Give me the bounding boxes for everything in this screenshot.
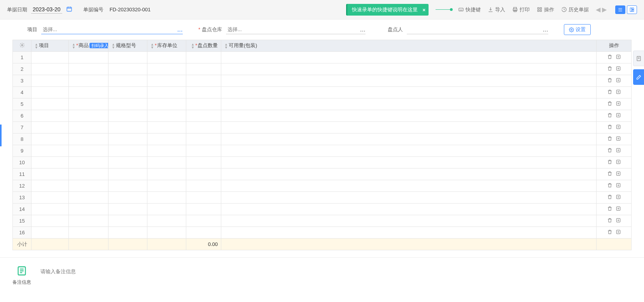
- remark-input[interactable]: [39, 265, 632, 277]
- tip-text: 快速录单的快捷键说明在这里: [352, 7, 418, 12]
- right-side-tabs: [633, 51, 644, 85]
- filter-bar: 项目 ··· 盘点仓库 ··· 盘点人 ··· 设置: [0, 19, 644, 40]
- table-row[interactable]: 14: [13, 204, 632, 215]
- table-row[interactable]: 8: [13, 133, 632, 145]
- remark-icon: [16, 265, 27, 277]
- add-row-icon[interactable]: [614, 183, 623, 189]
- person-filter-label: 盘点人: [381, 26, 403, 33]
- close-tip-icon[interactable]: ×: [422, 7, 425, 12]
- table-row[interactable]: 16: [13, 227, 632, 239]
- add-row-icon[interactable]: [614, 148, 623, 154]
- subtotal-label: 小计: [13, 239, 32, 250]
- delete-row-icon[interactable]: [606, 78, 614, 84]
- row-index: 11: [13, 169, 32, 180]
- th-avail[interactable]: ▲▼可用量(包装): [221, 40, 597, 52]
- date-value[interactable]: 2023-03-20: [31, 5, 62, 14]
- delete-row-icon[interactable]: [606, 125, 614, 131]
- table-row[interactable]: 12: [13, 180, 632, 192]
- svg-rect-0: [67, 7, 72, 11]
- side-tab-edit[interactable]: [633, 69, 644, 85]
- add-row-icon[interactable]: [614, 113, 623, 119]
- svg-rect-11: [632, 10, 634, 11]
- add-row-icon[interactable]: [614, 90, 623, 96]
- project-select[interactable]: [41, 25, 183, 34]
- doc-no-value: FD-20230320-001: [110, 7, 151, 12]
- th-product[interactable]: ▲▼*商品扫码录入: [69, 40, 108, 52]
- add-row-icon[interactable]: [614, 160, 623, 166]
- add-row-icon[interactable]: [614, 218, 623, 224]
- table-row[interactable]: 9: [13, 145, 632, 157]
- import-link[interactable]: 导入: [488, 6, 505, 13]
- shortcut-link[interactable]: 快捷键: [458, 6, 481, 13]
- gear-header[interactable]: [13, 40, 32, 52]
- tip-connector: [436, 9, 451, 10]
- table-row[interactable]: 2: [13, 63, 632, 75]
- table-row[interactable]: 5: [13, 98, 632, 110]
- table-row[interactable]: 7: [13, 122, 632, 133]
- delete-row-icon[interactable]: [606, 195, 614, 201]
- add-row-icon[interactable]: [614, 195, 623, 201]
- table-row[interactable]: 10: [13, 157, 632, 169]
- delete-row-icon[interactable]: [606, 113, 614, 119]
- delete-row-icon[interactable]: [606, 218, 614, 224]
- delete-row-icon[interactable]: [606, 102, 614, 107]
- data-grid: ▲▼项目 ▲▼*商品扫码录入 ▲▼规格型号 ▲▼*库存单位 ▲▼*盘点数量 ▲▼…: [12, 40, 632, 250]
- delete-row-icon[interactable]: [606, 160, 614, 166]
- table-row[interactable]: 13: [13, 192, 632, 204]
- project-more-icon[interactable]: ···: [177, 28, 183, 34]
- next-doc-icon[interactable]: ▶: [602, 6, 607, 13]
- th-qty[interactable]: ▲▼*盘点数量: [186, 40, 221, 52]
- add-row-icon[interactable]: [614, 207, 623, 212]
- table-row[interactable]: 4: [13, 87, 632, 98]
- settings-button[interactable]: 设置: [564, 24, 591, 35]
- delete-row-icon[interactable]: [606, 148, 614, 154]
- row-index: 3: [13, 75, 32, 87]
- add-row-icon[interactable]: [614, 230, 623, 236]
- th-project[interactable]: ▲▼项目: [32, 40, 69, 52]
- add-row-icon[interactable]: [614, 102, 623, 107]
- person-more-icon[interactable]: ···: [543, 28, 548, 34]
- table-row[interactable]: 3: [13, 75, 632, 87]
- row-index: 7: [13, 122, 32, 133]
- svg-rect-10: [632, 8, 634, 9]
- delete-row-icon[interactable]: [606, 172, 614, 177]
- scan-badge[interactable]: 扫码录入: [89, 43, 108, 48]
- delete-row-icon[interactable]: [606, 230, 614, 236]
- row-index: 9: [13, 145, 32, 157]
- project-filter-label: 项目: [16, 26, 37, 33]
- delete-row-icon[interactable]: [606, 137, 614, 142]
- table-row[interactable]: 11: [13, 169, 632, 180]
- add-row-icon[interactable]: [614, 125, 623, 131]
- date-label: 单据日期: [7, 6, 27, 13]
- table-row[interactable]: 1: [13, 52, 632, 63]
- add-row-icon[interactable]: [614, 137, 623, 142]
- delete-row-icon[interactable]: [606, 207, 614, 212]
- table-row[interactable]: 6: [13, 110, 632, 122]
- delete-row-icon[interactable]: [606, 55, 614, 61]
- th-unit[interactable]: ▲▼*库存单位: [147, 40, 186, 52]
- add-row-icon[interactable]: [614, 78, 623, 84]
- delete-row-icon[interactable]: [606, 183, 614, 189]
- delete-row-icon[interactable]: [606, 67, 614, 72]
- operate-link[interactable]: 操作: [537, 6, 554, 13]
- warehouse-select[interactable]: [226, 25, 366, 34]
- add-row-icon[interactable]: [614, 172, 623, 177]
- th-spec[interactable]: ▲▼规格型号: [108, 40, 147, 52]
- history-link[interactable]: 历史单据: [561, 6, 589, 13]
- table-row[interactable]: 15: [13, 215, 632, 227]
- calendar-icon[interactable]: [66, 6, 72, 13]
- person-select[interactable]: [407, 25, 548, 34]
- add-row-icon[interactable]: [614, 55, 623, 61]
- warehouse-filter-label: 盘点仓库: [198, 26, 222, 33]
- svg-rect-7: [538, 10, 539, 12]
- warehouse-more-icon[interactable]: ···: [360, 28, 366, 34]
- side-tab-draft[interactable]: [633, 51, 644, 66]
- prev-doc-icon[interactable]: ◀: [596, 6, 600, 13]
- svg-point-12: [571, 29, 572, 30]
- view-card-button[interactable]: [627, 5, 637, 14]
- view-list-button[interactable]: [615, 5, 625, 14]
- add-row-icon[interactable]: [614, 67, 623, 72]
- print-link[interactable]: 打印: [512, 6, 530, 13]
- doc-no-label: 单据编号: [83, 6, 103, 13]
- delete-row-icon[interactable]: [606, 90, 614, 96]
